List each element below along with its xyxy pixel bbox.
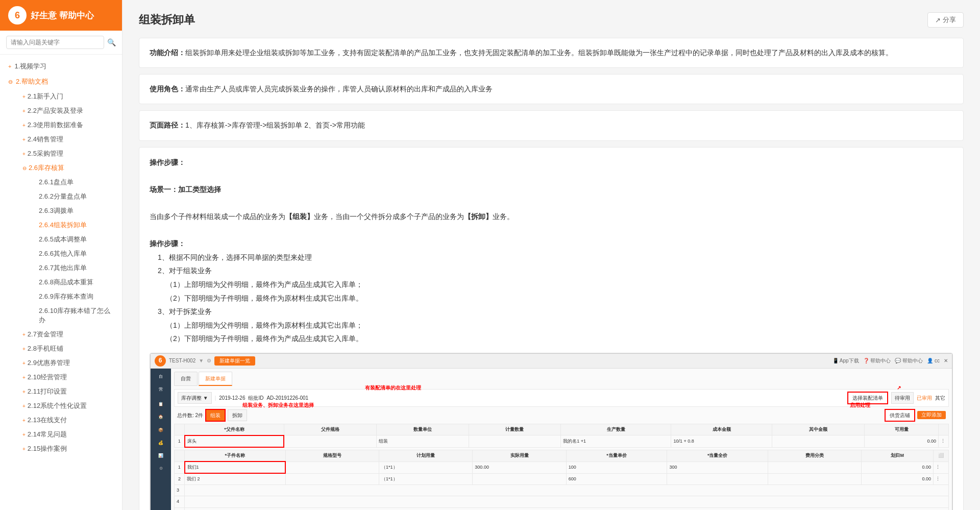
app-form-row2: 总件数: 2件 组装 拆卸 供货店铺 立即添加 xyxy=(174,409,949,422)
sidebar-item-ops-mgmt[interactable]: + 2.10经营管理 xyxy=(14,370,122,384)
app-tab-new[interactable]: 新建单据 xyxy=(199,372,232,386)
sidebar-item-customize[interactable]: + 2.12系统个性化设置 xyxy=(14,399,122,413)
sidebar-item-payment[interactable]: + 2.13在线支付 xyxy=(14,413,122,427)
sidebar-item-coupon[interactable]: + 2.9优惠券管理 xyxy=(14,356,122,370)
plus-icon: + xyxy=(22,432,26,438)
td-b-fee-type xyxy=(768,462,862,473)
app-header-icons: 📱 App下载 ❓ 帮助中心 💬 帮助中心 👤 cc ✕ xyxy=(832,356,948,366)
sidebar-item-cases[interactable]: + 2.15操作案例 xyxy=(14,442,122,456)
steps-section: 操作步骤： 场景一：加工类型选择 当由多个子件材料组装成一个成品的业务为【组装】… xyxy=(139,147,964,510)
th-b-unit-cost: *当量单价 xyxy=(566,450,667,462)
app-assembly-list-btn[interactable]: 选择装配清单 xyxy=(847,392,888,404)
app-disassembly-type-btn[interactable]: 拆卸 xyxy=(228,409,247,421)
td-b-unit-cost2: 600 xyxy=(566,473,667,485)
plus-icon: + xyxy=(22,389,26,395)
app-type-select[interactable]: 库存调整 ▼ xyxy=(178,392,212,404)
step1: 1、根据不同的业务，选择不同单据的类型来处理 xyxy=(158,251,953,264)
sidebar-item-install[interactable]: + 2.2产品安装及登录 xyxy=(14,104,122,118)
user-role-block: 使用角色：通常由生产人员或库管人员完成拆装业务的操作，库管人员确认原材料的出库和… xyxy=(139,74,964,104)
plus-icon: + xyxy=(22,446,26,452)
app-bottom-table-container: *子件名称 规格型号 计划用量 实际用量 *当量单价 *当量全价 费用分类 划归… xyxy=(174,450,949,510)
sidebar-label: 2.帮助文档 xyxy=(16,77,48,86)
td-b-spec2 xyxy=(285,473,379,485)
sidebar-item-purchase[interactable]: + 2.5采购管理 xyxy=(14,147,122,161)
td-b-fee-type2 xyxy=(768,473,862,485)
scenario1-title: 场景一：加工类型选择 xyxy=(150,183,953,197)
sub3-1: （1）上部明细为父件明细，最终作为原材料生成其它出库单； xyxy=(166,319,953,332)
td-b-ops1[interactable]: ⋮ xyxy=(934,462,949,473)
th-sub-amount: 其中金额 xyxy=(772,424,865,435)
th-avail-qty: 可用量 xyxy=(865,424,939,435)
app-tab-ziyg[interactable]: 自营 xyxy=(174,372,198,386)
sidebar-item-transfer[interactable]: 2.6.3调拨单 xyxy=(31,204,122,218)
minus-icon: ⊖ xyxy=(8,79,13,85)
td-b-ops2[interactable]: ⋮ xyxy=(934,473,949,485)
sidebar-item-help-docs[interactable]: ⊖ 2.帮助文档 xyxy=(0,74,122,89)
plus-icon: + xyxy=(22,332,26,337)
th-num xyxy=(175,424,185,435)
sidebar-item-inventory[interactable]: ⊖ 2.6库存核算 xyxy=(14,161,122,175)
sidebar-item-data-prep[interactable]: + 2.3使用前数据准备 xyxy=(14,118,122,132)
step3: 3、对于拆桨业务 xyxy=(158,305,953,319)
td-parent-name[interactable]: 床头 xyxy=(185,435,284,447)
td-b-num2: 2 xyxy=(175,473,185,485)
search-input[interactable] xyxy=(6,36,104,49)
th-b-ops: ⬜ xyxy=(934,450,949,462)
nav-sub-inventory: 2.6.1盘点单 2.6.2分量盘点单 2.6.3调拨单 2.6.4组装拆卸单 … xyxy=(14,175,122,327)
plus-icon: + xyxy=(22,403,26,409)
plus-icon: + xyxy=(22,123,26,128)
app-action-link[interactable]: 已审用 xyxy=(917,393,932,403)
app-more-link[interactable]: 其它 xyxy=(935,393,945,403)
scenario1-desc: 当由多个子件材料组装成一个成品的业务为【组装】业务，当由一个父件拆分成多个子产品… xyxy=(150,210,953,224)
sidebar-item-finance[interactable]: + 2.7资金管理 xyxy=(14,327,122,342)
td-ops[interactable]: ⋮ xyxy=(939,435,949,447)
logo-text: 好生意 帮助中心 xyxy=(31,10,94,21)
table-row: 3 xyxy=(175,485,949,496)
td-b-total-cost: 300 xyxy=(667,462,768,473)
sidebar-item-cost-adjust[interactable]: 2.6.5成本调整单 xyxy=(31,232,122,247)
plus-icon: + xyxy=(22,151,26,157)
app-ref-label: AD-20191226-001 xyxy=(266,393,308,403)
sidebar-item-ledger-fix[interactable]: 2.6.10库存账本错了怎么办 xyxy=(31,304,122,327)
page-header: 组装拆卸单 ↗ 分享 xyxy=(139,12,964,28)
sub2-2: （2）下部明细为子件明细，最终作为原材料生成其它出库单。 xyxy=(166,292,953,305)
page-path-block: 页面路径：1、库存核算->库存管理->组装拆卸单 2、首页->常用功能 xyxy=(139,110,964,140)
plus-icon: + xyxy=(22,346,26,352)
sidebar-item-print[interactable]: + 2.11打印设置 xyxy=(14,384,122,399)
th-ops xyxy=(939,424,949,435)
app-add-row-btn[interactable]: 立即添加 xyxy=(917,411,946,419)
table-row: 1 床头 组装 我的名1 +1 10/1 + 0.8 0.00 xyxy=(175,435,949,447)
td-qty-unit: 组装 xyxy=(376,435,469,447)
app-form-row1: 库存调整 ▼ | 2019-12-26 组批ID AD-20191226-001… xyxy=(174,389,949,407)
sidebar-item-faq[interactable]: + 2.14常见问题 xyxy=(14,427,122,442)
th-b-plan-qty: 计划用量 xyxy=(379,450,473,462)
th-b-fee-type: 费用分类 xyxy=(768,450,862,462)
logo-icon: 6 xyxy=(8,6,27,25)
th-parent-spec: 父件规格 xyxy=(284,424,376,435)
sidebar-item-mobile[interactable]: + 2.8手机旺铺 xyxy=(14,342,122,356)
sidebar-item-newbie[interactable]: + 2.1新手入门 xyxy=(14,89,122,104)
sidebar-item-cost-recalc[interactable]: 2.6.8商品成本重算 xyxy=(31,275,122,289)
sidebar-item-assembly[interactable]: 2.6.4组装拆卸单 xyxy=(31,218,122,232)
sidebar-item-stocktake[interactable]: 2.6.1盘点单 xyxy=(31,175,122,189)
logo-bar: 6 好生意 帮助中心 xyxy=(0,0,122,31)
sidebar-item-sales[interactable]: + 2.4销售管理 xyxy=(14,132,122,147)
sidebar-item-other-in[interactable]: 2.6.6其他入库单 xyxy=(31,247,122,261)
sidebar-item-inventory-ledger[interactable]: 2.6.9库存账本查询 xyxy=(31,289,122,304)
search-icon[interactable]: 🔍 xyxy=(107,38,116,46)
new-doc-btn[interactable]: 新建单据一览 xyxy=(214,356,255,366)
app-assembly-type-btn[interactable]: 组装 xyxy=(205,409,226,422)
th-prod-qty: 生产数量 xyxy=(561,424,671,435)
sidebar-item-partial-stocktake[interactable]: 2.6.2分量盘点单 xyxy=(31,189,122,204)
expand-icon[interactable]: ⬜ xyxy=(938,453,944,458)
app-supplier-input[interactable]: 供货店铺 xyxy=(885,409,915,422)
sidebar-item-other-out[interactable]: 2.6.7其他出库单 xyxy=(31,261,122,275)
step2: 2、对于组装业务 xyxy=(158,264,953,278)
td-b-child-name[interactable]: 我们1 xyxy=(185,462,286,473)
screenshot-container: 6 TEST-H002 ▼ ⚙ 新建单据一览 📱 App下载 ❓ 帮助中心 💬 … xyxy=(150,353,953,510)
th-cost-amount: 成本金额 xyxy=(671,424,772,435)
td-b-child-name2: 我们 2 xyxy=(185,473,286,485)
plus-icon: + xyxy=(22,108,26,114)
sidebar-item-video-learning[interactable]: + 1.视频学习 xyxy=(0,59,122,74)
share-button[interactable]: ↗ 分享 xyxy=(927,12,964,28)
